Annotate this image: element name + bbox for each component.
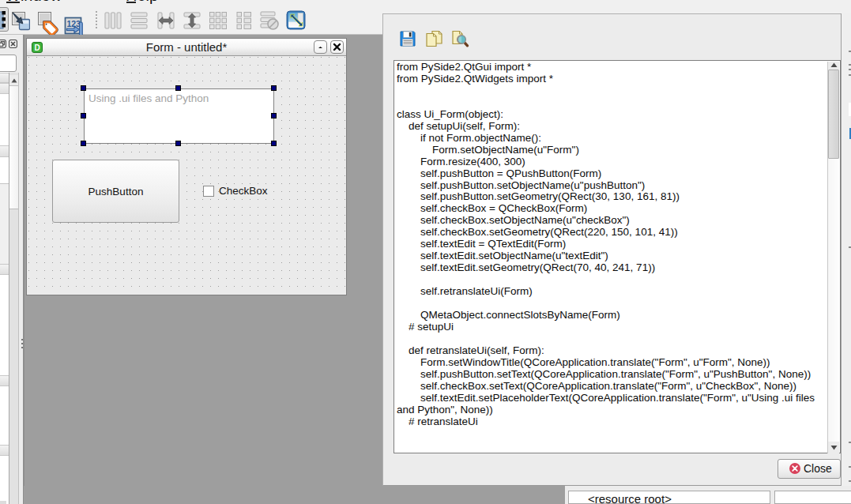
svg-text:123: 123 (66, 19, 81, 28)
